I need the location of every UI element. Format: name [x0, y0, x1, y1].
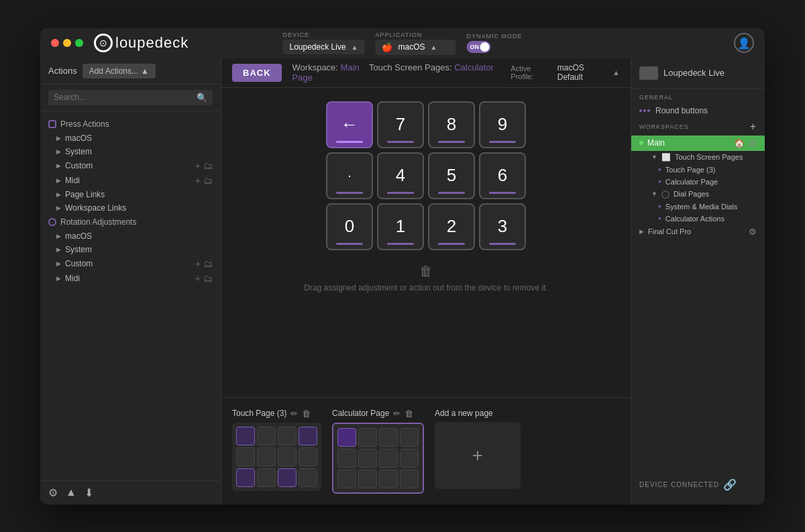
- device-dropdown[interactable]: Loupedeck Live ▲: [283, 40, 365, 54]
- mini-calc-btn[interactable]: [379, 449, 398, 468]
- mini-btn[interactable]: [257, 468, 276, 487]
- sidebar-item-rotation-macos[interactable]: ▶ macOS: [40, 229, 221, 243]
- add-rot-midi-icon[interactable]: +: [195, 273, 201, 284]
- user-button[interactable]: 👤: [734, 33, 754, 53]
- workspace-gear-icon[interactable]: ⚙: [749, 138, 757, 148]
- grid-button-1[interactable]: 1: [377, 203, 424, 250]
- calculator-page-node[interactable]: ● Calculator Page: [631, 176, 765, 188]
- mini-calc-btn[interactable]: [337, 428, 356, 447]
- calculator-actions-node[interactable]: ● Calculator Actions: [631, 213, 765, 225]
- final-cut-pro-gear-icon[interactable]: ⚙: [749, 227, 757, 237]
- app-dropdown[interactable]: 🍎 macOS ▲: [375, 40, 455, 55]
- folder-midi-icon[interactable]: 🗂: [203, 175, 213, 186]
- folder-rot-custom-icon[interactable]: 🗂: [203, 258, 213, 269]
- mini-btn[interactable]: [257, 427, 276, 445]
- delete-calc-page-icon[interactable]: 🗑: [405, 409, 413, 419]
- mini-btn[interactable]: [278, 468, 297, 487]
- mini-calc-btn[interactable]: [400, 470, 419, 488]
- calculator-actions-label: Calculator Actions: [665, 215, 724, 223]
- grid-button-2[interactable]: 2: [428, 203, 475, 250]
- mini-btn[interactable]: [236, 468, 255, 487]
- mini-calc-btn[interactable]: [358, 428, 377, 447]
- grid-button-9[interactable]: 9: [479, 101, 526, 148]
- download-icon[interactable]: ⬇: [85, 486, 93, 499]
- sidebar-item-macos[interactable]: ▶ macOS: [40, 131, 221, 145]
- touch-page-3-node[interactable]: ● Touch Page (3): [631, 164, 765, 176]
- round-buttons-item[interactable]: Round buttons: [631, 103, 765, 118]
- sidebar-item-page-links[interactable]: ▶ Page Links: [40, 188, 221, 201]
- main-workspace-item[interactable]: Main 🏠 ⚙: [631, 136, 765, 151]
- touch-screen-pages-node[interactable]: ▼ ⬜ Touch Screen Pages: [631, 151, 765, 164]
- calculator-page-label: Calculator Page: [665, 178, 718, 186]
- add-page-button[interactable]: +: [435, 422, 521, 489]
- sidebar-item-midi[interactable]: ▶ Midi + 🗂: [40, 173, 221, 188]
- delete-touch-page-icon[interactable]: 🗑: [302, 409, 311, 419]
- mini-calc-btn[interactable]: [337, 449, 356, 468]
- grid-button-dot[interactable]: ·: [326, 152, 373, 199]
- add-actions-button[interactable]: Add Actions... ▲: [83, 64, 156, 78]
- mini-btn[interactable]: [299, 447, 317, 466]
- workspaces-header: WORKSPACES +: [631, 118, 765, 136]
- add-actions-label: Add Actions...: [89, 66, 138, 76]
- mini-calc-btn[interactable]: [337, 470, 356, 488]
- grid-button-4[interactable]: 4: [377, 152, 424, 199]
- mini-btn[interactable]: [299, 468, 317, 487]
- dial-pages-node[interactable]: ▼ ◯ Dial Pages: [631, 188, 765, 201]
- add-workspace-icon[interactable]: +: [750, 121, 757, 133]
- mini-calc-btn[interactable]: [358, 449, 377, 468]
- touch-screen-pages-label: Touch Screen Pages: [675, 153, 743, 161]
- final-cut-pro-node[interactable]: ▶ Final Cut Pro ⚙: [631, 225, 765, 239]
- press-actions-label: Press Actions: [60, 119, 109, 129]
- up-arrow-icon[interactable]: ▲: [66, 486, 76, 498]
- back-button[interactable]: BACK: [232, 64, 282, 82]
- dynamic-mode-toggle[interactable]: ON: [466, 41, 490, 53]
- trash-icon: 🗑: [419, 264, 433, 279]
- search-input[interactable]: [54, 93, 193, 102]
- add-rot-custom-icon[interactable]: +: [195, 258, 201, 269]
- add-midi-icon[interactable]: +: [195, 175, 201, 186]
- sidebar-item-workspace-links[interactable]: ▶ Workspace Links: [40, 201, 221, 215]
- system-media-dials-node[interactable]: ● System & Media Dials: [631, 201, 765, 213]
- sidebar-item-rotation-custom[interactable]: ▶ Custom + 🗂: [40, 256, 221, 271]
- folder-custom-icon[interactable]: 🗂: [203, 160, 213, 171]
- edit-touch-page-icon[interactable]: ✏: [290, 409, 298, 419]
- mini-calc-btn[interactable]: [400, 449, 419, 468]
- sidebar-item-system[interactable]: ▶ System: [40, 145, 221, 158]
- add-actions-chevron-icon: ▲: [141, 66, 149, 76]
- mini-calc-btn[interactable]: [400, 428, 419, 447]
- sidebar-item-custom[interactable]: ▶ Custom + 🗂: [40, 158, 221, 173]
- sidebar-item-rotation-system[interactable]: ▶ System: [40, 243, 221, 256]
- mini-calc-btn[interactable]: [379, 428, 398, 447]
- mini-btn[interactable]: [236, 447, 255, 466]
- edit-calc-page-icon[interactable]: ✏: [393, 409, 400, 419]
- mini-btn[interactable]: [299, 427, 317, 445]
- grid-button-back[interactable]: ←: [326, 101, 373, 148]
- folder-rot-midi-icon[interactable]: 🗂: [203, 273, 213, 284]
- settings-icon[interactable]: ⚙: [48, 486, 58, 499]
- minimize-button[interactable]: [63, 39, 71, 47]
- maximize-button[interactable]: [75, 39, 83, 47]
- main-layout: Actions Add Actions... ▲ 🔍 Press Actions: [40, 58, 765, 504]
- grid-button-6[interactable]: 6: [479, 152, 526, 199]
- grid-button-8[interactable]: 8: [428, 101, 475, 148]
- close-button[interactable]: [51, 39, 59, 47]
- grid-button-0[interactable]: 0: [326, 203, 373, 250]
- grid-button-3[interactable]: 3: [479, 203, 526, 250]
- sidebar-bottom-bar: ⚙ ▲ ⬇: [40, 480, 221, 504]
- workspace-link[interactable]: Main: [341, 62, 360, 72]
- grid-button-5[interactable]: 5: [428, 152, 475, 199]
- add-custom-icon[interactable]: +: [195, 160, 201, 171]
- profile-chevron-icon[interactable]: ▲: [612, 68, 620, 76]
- chevron-icon: ▼: [651, 154, 657, 160]
- mini-btn[interactable]: [278, 427, 297, 445]
- mini-btn[interactable]: [257, 447, 276, 466]
- touch-pages-label: Touch Screen Pages:: [369, 62, 452, 72]
- mini-calc-btn[interactable]: [379, 470, 398, 488]
- mini-btn[interactable]: [278, 447, 297, 466]
- workspace-home-icon[interactable]: 🏠: [734, 138, 745, 148]
- mini-btn[interactable]: [236, 427, 255, 445]
- item-actions: + 🗂: [195, 273, 213, 284]
- mini-calc-btn[interactable]: [358, 470, 377, 488]
- grid-button-7[interactable]: 7: [377, 101, 424, 148]
- sidebar-item-rotation-midi[interactable]: ▶ Midi + 🗂: [40, 271, 221, 286]
